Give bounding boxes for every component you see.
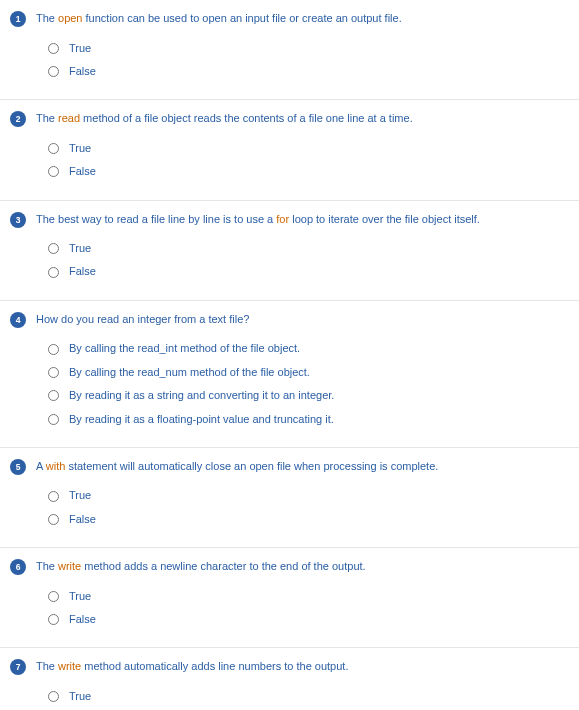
option[interactable]: True [48, 585, 569, 608]
option[interactable]: By calling the read_num method of the fi… [48, 361, 569, 384]
text-segment: loop to iterate over the file object its… [289, 213, 480, 225]
text-segment: method adds a newline character to the e… [81, 560, 365, 572]
text-segment: A [36, 460, 46, 472]
option-label: True [69, 589, 91, 604]
question: 5A with statement will automatically clo… [0, 448, 579, 548]
option-label: True [69, 241, 91, 256]
text-segment: function can be used to open an input fi… [83, 12, 402, 24]
option-list: TrueFalse [36, 137, 569, 184]
code-keyword: write [58, 660, 81, 672]
option-label: By calling the read_num method of the fi… [69, 365, 310, 380]
option-list: TrueFalse [36, 237, 569, 284]
question-number-badge: 3 [10, 212, 26, 228]
question-number-badge: 5 [10, 459, 26, 475]
option[interactable]: True [48, 484, 569, 507]
question-number-badge: 4 [10, 312, 26, 328]
question-text: The write method adds a newline characte… [36, 558, 569, 575]
radio-icon[interactable] [48, 267, 59, 278]
question: 2The read method of a file object reads … [0, 100, 579, 200]
text-segment: The best way to read a file line by line… [36, 213, 276, 225]
question-number-badge: 1 [10, 11, 26, 27]
code-keyword: with [46, 460, 66, 472]
option-label: False [69, 512, 96, 527]
code-keyword: open [58, 12, 82, 24]
option[interactable]: True [48, 37, 569, 60]
option-label: False [69, 64, 96, 79]
question-list: 1The open function can be used to open a… [0, 0, 579, 710]
radio-icon[interactable] [48, 66, 59, 77]
question-body: A with statement will automatically clos… [36, 458, 569, 531]
option[interactable]: By reading it as a string and converting… [48, 384, 569, 407]
text-segment: The [36, 560, 58, 572]
option[interactable]: False [48, 60, 569, 83]
question: 6The write method adds a newline charact… [0, 548, 579, 648]
option-label: By reading it as a string and converting… [69, 388, 334, 403]
option-label: False [69, 264, 96, 279]
question-body: How do you read an integer from a text f… [36, 311, 569, 431]
question-text: The best way to read a file line by line… [36, 211, 569, 228]
option[interactable]: False [48, 260, 569, 283]
code-keyword: write [58, 560, 81, 572]
radio-icon[interactable] [48, 43, 59, 54]
radio-icon[interactable] [48, 344, 59, 355]
question-text: How do you read an integer from a text f… [36, 311, 569, 328]
option-label: True [69, 41, 91, 56]
question-body: The read method of a file object reads t… [36, 110, 569, 183]
question-body: The write method adds a newline characte… [36, 558, 569, 631]
radio-icon[interactable] [48, 491, 59, 502]
code-keyword: for [276, 213, 289, 225]
question: 3The best way to read a file line by lin… [0, 201, 579, 301]
text-segment: The [36, 660, 58, 672]
option[interactable]: By reading it as a floating-point value … [48, 408, 569, 431]
radio-icon[interactable] [48, 367, 59, 378]
question-body: The open function can be used to open an… [36, 10, 569, 83]
radio-icon[interactable] [48, 514, 59, 525]
question-text: The write method automatically adds line… [36, 658, 569, 675]
question-text: A with statement will automatically clos… [36, 458, 569, 475]
option[interactable]: True [48, 237, 569, 260]
option-list: TrueFalse [36, 685, 569, 710]
radio-icon[interactable] [48, 614, 59, 625]
question-text: The open function can be used to open an… [36, 10, 569, 27]
text-segment: statement will automatically close an op… [65, 460, 438, 472]
option-label: False [69, 612, 96, 627]
radio-icon[interactable] [48, 591, 59, 602]
question: 1The open function can be used to open a… [0, 0, 579, 100]
radio-icon[interactable] [48, 691, 59, 702]
question-body: The best way to read a file line by line… [36, 211, 569, 284]
question-number-badge: 7 [10, 659, 26, 675]
option[interactable]: By calling the read_int method of the fi… [48, 337, 569, 360]
question-text: The read method of a file object reads t… [36, 110, 569, 127]
option-label: False [69, 164, 96, 179]
code-keyword: read [58, 112, 80, 124]
option[interactable]: True [48, 685, 569, 708]
text-segment: The [36, 12, 58, 24]
option-list: TrueFalse [36, 585, 569, 632]
radio-icon[interactable] [48, 390, 59, 401]
option[interactable]: False [48, 160, 569, 183]
question: 7The write method automatically adds lin… [0, 648, 579, 710]
radio-icon[interactable] [48, 143, 59, 154]
option-label: True [69, 141, 91, 156]
option-label: By calling the read_int method of the fi… [69, 341, 300, 356]
question-number-badge: 2 [10, 111, 26, 127]
option[interactable]: True [48, 137, 569, 160]
option-list: TrueFalse [36, 484, 569, 531]
option-label: By reading it as a floating-point value … [69, 412, 334, 427]
option-label: True [69, 689, 91, 704]
radio-icon[interactable] [48, 414, 59, 425]
text-segment: method automatically adds line numbers t… [81, 660, 348, 672]
text-segment: How do you read an integer from a text f… [36, 313, 249, 325]
option[interactable]: False [48, 608, 569, 631]
radio-icon[interactable] [48, 166, 59, 177]
question: 4How do you read an integer from a text … [0, 301, 579, 448]
option-list: TrueFalse [36, 37, 569, 84]
option[interactable]: False [48, 508, 569, 531]
radio-icon[interactable] [48, 243, 59, 254]
text-segment: method of a file object reads the conten… [80, 112, 413, 124]
option-label: True [69, 488, 91, 503]
question-body: The write method automatically adds line… [36, 658, 569, 710]
text-segment: The [36, 112, 58, 124]
question-number-badge: 6 [10, 559, 26, 575]
option-list: By calling the read_int method of the fi… [36, 337, 569, 431]
